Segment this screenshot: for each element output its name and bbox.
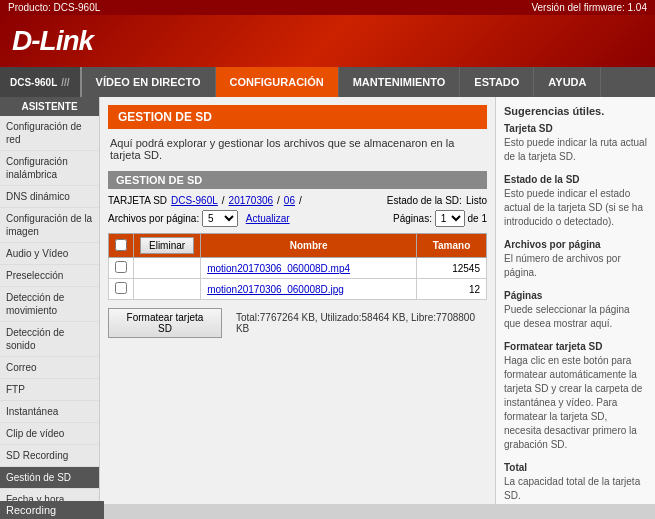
- sd-info-row: TARJETA SD DCS-960L / 20170306 / 06 / Es…: [108, 195, 487, 206]
- sidebar-section-title: ASISTENTE: [0, 97, 99, 116]
- sd-path: TARJETA SD DCS-960L / 20170306 / 06 /: [108, 195, 302, 206]
- section-title: GESTION DE SD: [108, 171, 487, 189]
- help-section-text: Esto puede indicar la ruta actual de la …: [504, 136, 647, 164]
- sidebar-item-wireless[interactable]: Configuración inalámbrica: [0, 151, 99, 186]
- format-sd-button[interactable]: Formatear tarjeta SD: [108, 308, 222, 338]
- sd-status-value: Listo: [466, 195, 487, 206]
- table-row: motion20170306_060008D.jpg 12: [109, 279, 487, 300]
- product-label: Producto: DCS-960L: [8, 2, 100, 13]
- sidebar-item-clip[interactable]: Clip de vídeo: [0, 423, 99, 445]
- file-link[interactable]: motion20170306_060008D.mp4: [207, 263, 350, 274]
- help-section-title: Formatear tarjeta SD: [504, 341, 647, 352]
- bottom-row: Formatear tarjeta SD Total:7767264 KB, U…: [108, 308, 487, 338]
- content-area: GESTION DE SD Aquí podrá explorar y gest…: [100, 97, 495, 504]
- sidebar-item-ftp[interactable]: FTP: [0, 379, 99, 401]
- update-link[interactable]: Actualizar: [246, 213, 290, 224]
- help-section-text: Haga clic en este botón para formatear a…: [504, 354, 647, 452]
- recording-label: Recording: [0, 501, 104, 519]
- help-section-text: Esto puede indicar el estado actual de l…: [504, 187, 647, 229]
- pages-of: de 1: [468, 213, 487, 224]
- tab-status[interactable]: ESTADO: [460, 67, 534, 97]
- sidebar-item-image[interactable]: Configuración de la imagen: [0, 208, 99, 243]
- help-section-text: Puede seleccionar la página que desea mo…: [504, 303, 647, 331]
- tab-live[interactable]: VÍDEO EN DIRECTO: [82, 67, 216, 97]
- help-section-title: Total: [504, 462, 647, 473]
- row-delete-cell: [134, 258, 201, 279]
- help-section-title: Páginas: [504, 290, 647, 301]
- row-checkbox-cell: [109, 258, 134, 279]
- row-checkbox[interactable]: [115, 261, 127, 273]
- top-bar: Producto: DCS-960L Versión del firmware:…: [0, 0, 655, 15]
- help-section: Archivos por página El número de archivo…: [504, 239, 647, 280]
- sidebar-item-mail[interactable]: Correo: [0, 357, 99, 379]
- col-delete: Eliminar: [134, 234, 201, 258]
- right-panel-title: Sugerencias útiles.: [504, 105, 647, 117]
- help-section-title: Tarjeta SD: [504, 123, 647, 134]
- row-delete-cell: [134, 279, 201, 300]
- select-all-checkbox[interactable]: [115, 239, 127, 251]
- table-row: motion20170306_060008D.mp4 12545: [109, 258, 487, 279]
- file-link[interactable]: motion20170306_060008D.jpg: [207, 284, 344, 295]
- delete-button[interactable]: Eliminar: [140, 237, 194, 254]
- sidebar-item-motion[interactable]: Detección de movimiento: [0, 287, 99, 322]
- help-section: Estado de la SD Esto puede indicar el es…: [504, 174, 647, 229]
- dlink-logo: D-Link: [12, 25, 93, 57]
- nav-tabs: DCS-960L /// VÍDEO EN DIRECTO CONFIGURAC…: [0, 67, 655, 97]
- sd-status-label: Estado de la SD:: [387, 195, 462, 206]
- pages-select[interactable]: 1: [435, 210, 465, 227]
- file-table: Eliminar Nombre Tamano motion20170306_06…: [108, 233, 487, 300]
- sidebar-item-preset[interactable]: Preselección: [0, 265, 99, 287]
- sidebar-item-dns[interactable]: DNS dinámico: [0, 186, 99, 208]
- help-section-title: Estado de la SD: [504, 174, 647, 185]
- total-info: Total:7767264 KB, Utilizado:58464 KB, Li…: [236, 312, 487, 334]
- row-name: motion20170306_060008D.mp4: [201, 258, 417, 279]
- help-section-text: La capacidad total de la tarjeta SD.: [504, 475, 647, 503]
- tab-config[interactable]: CONFIGURACIÓN: [216, 67, 339, 97]
- page-title: GESTION DE SD: [108, 105, 487, 129]
- tab-help[interactable]: AYUDA: [534, 67, 601, 97]
- tab-maintenance[interactable]: MANTENIMIENTO: [339, 67, 461, 97]
- nav-model: DCS-960L ///: [0, 67, 82, 97]
- main-layout: ASISTENTE Configuración de red Configura…: [0, 97, 655, 504]
- right-panel: Sugerencias útiles. Tarjeta SD Esto pued…: [495, 97, 655, 504]
- sd-link-folder[interactable]: 06: [284, 195, 295, 206]
- row-size: 12: [417, 279, 487, 300]
- sidebar: ASISTENTE Configuración de red Configura…: [0, 97, 100, 504]
- row-checkbox-cell: [109, 279, 134, 300]
- sd-status: Estado de la SD: Listo: [387, 195, 487, 206]
- tarjeta-sd-label: TARJETA SD: [108, 195, 167, 206]
- header: D-Link: [0, 15, 655, 67]
- page-description: Aquí podrá explorar y gestionar los arch…: [108, 137, 487, 161]
- firmware-label: Versión del firmware: 1.04: [531, 2, 647, 13]
- files-per-page-right: Páginas: 1 de 1: [393, 210, 487, 227]
- help-section-title: Archivos por página: [504, 239, 647, 250]
- sidebar-item-audio[interactable]: Audio y Vídeo: [0, 243, 99, 265]
- files-per-page-left: Archivos por página: 5 10 25 Actualizar: [108, 210, 290, 227]
- help-section-text: El número de archivos por página.: [504, 252, 647, 280]
- row-checkbox[interactable]: [115, 282, 127, 294]
- help-section: Páginas Puede seleccionar la página que …: [504, 290, 647, 331]
- col-check: [109, 234, 134, 258]
- files-per-page-select[interactable]: 5 10 25: [202, 210, 238, 227]
- sidebar-item-sound[interactable]: Detección de sonido: [0, 322, 99, 357]
- col-size: Tamano: [417, 234, 487, 258]
- sd-link-model[interactable]: DCS-960L: [171, 195, 218, 206]
- sidebar-item-sdmanage[interactable]: Gestión de SD: [0, 467, 99, 489]
- sidebar-item-snapshot[interactable]: Instantánea: [0, 401, 99, 423]
- col-name: Nombre: [201, 234, 417, 258]
- sd-link-date[interactable]: 20170306: [229, 195, 274, 206]
- help-section: Total La capacidad total de la tarjeta S…: [504, 462, 647, 503]
- pages-label: Páginas:: [393, 213, 432, 224]
- files-per-page-row: Archivos por página: 5 10 25 Actualizar …: [108, 210, 487, 227]
- row-name: motion20170306_060008D.jpg: [201, 279, 417, 300]
- sidebar-item-sdrecording[interactable]: SD Recording: [0, 445, 99, 467]
- files-per-page-label: Archivos por página:: [108, 213, 199, 224]
- help-section: Formatear tarjeta SD Haga clic en este b…: [504, 341, 647, 452]
- help-section: Tarjeta SD Esto puede indicar la ruta ac…: [504, 123, 647, 164]
- sidebar-item-network[interactable]: Configuración de red: [0, 116, 99, 151]
- row-size: 12545: [417, 258, 487, 279]
